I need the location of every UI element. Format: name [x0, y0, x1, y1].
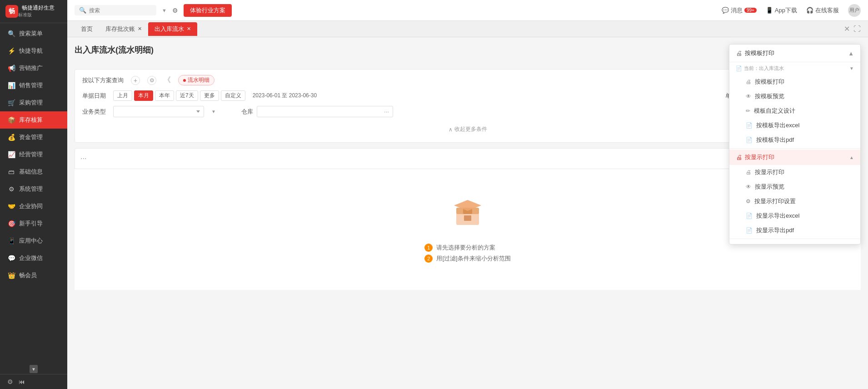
topbar-search-icon: 🔍 [79, 7, 86, 14]
collapse-icon[interactable]: ⏮ [19, 378, 25, 385]
template-icon: 📄 [736, 65, 742, 71]
close-window-icon[interactable]: ✕ [844, 25, 850, 33]
warehouse-label: 仓库 [241, 108, 253, 116]
display-section-icon: 🖨 [736, 154, 742, 161]
sidebar-item-finance[interactable]: 💰 资金管理 [0, 129, 67, 146]
print-header-icon: 🖨 [736, 50, 742, 57]
dropdown-divider-2 [729, 239, 860, 239]
current-template-label: 📄 当前：出入库流水 [736, 65, 784, 72]
date-this-month[interactable]: 本月 [134, 90, 153, 101]
topbar-gear-icon[interactable]: ⚙ [172, 7, 178, 14]
tab-batch-close[interactable]: ✕ [138, 26, 142, 32]
dropdown-item-template-custom[interactable]: ✏ 模板自定义设计 [729, 104, 860, 118]
date-shortcuts: 上月 本月 本年 近7天 更多 自定义 [113, 90, 245, 101]
dropdown-item-template-print[interactable]: 🖨 按模板打印 [729, 75, 860, 89]
business-type-dropdown-icon[interactable]: ▼ [211, 109, 216, 114]
toolbar-more-icon[interactable]: ··· [80, 155, 86, 163]
topbar-right: 💬 消息 99+ 📱 App下载 🎧 在线客服 用户 [722, 4, 861, 17]
sidebar-item-base[interactable]: 🗃 基础信息 [0, 163, 67, 180]
filter-add-button[interactable]: + [131, 76, 140, 85]
template-print-icon: 🖨 [746, 79, 751, 85]
empty-step-2: 2 用[过滤]条件来缩小分析范围 [424, 254, 510, 263]
search-input[interactable] [89, 7, 144, 14]
newuser-icon: 🎯 [7, 219, 15, 228]
display-section-chevron: ▲ [849, 155, 854, 160]
filter-tag-dot [183, 79, 186, 82]
dropdown-item-display-preview[interactable]: 👁 按显示预览 [729, 180, 860, 194]
tab-home[interactable]: 首页 [75, 22, 99, 36]
sidebar-item-operations[interactable]: 📈 经营管理 [0, 146, 67, 163]
sidebar-item-quicknav[interactable]: ⚡ 快捷导航 [0, 42, 67, 60]
sidebar-item-system[interactable]: ⚙ 系统管理 [0, 180, 67, 198]
dropdown-item-template-preview[interactable]: 👁 按模板预览 [729, 89, 860, 104]
dropdown-up-icon[interactable]: ▲ [848, 50, 854, 57]
sidebar-item-collab[interactable]: 🤝 企业协同 [0, 198, 67, 215]
system-icon: ⚙ [7, 185, 15, 193]
sidebar-item-newuser[interactable]: 🎯 新手引导 [0, 215, 67, 232]
business-type-label: 业务类型 [82, 108, 106, 116]
dropdown-item-display-settings[interactable]: ⚙ 按显示打印设置 [729, 194, 860, 209]
settings-icon[interactable]: ⚙ [7, 378, 13, 385]
empty-step-1: 1 请先选择要分析的方案 [424, 244, 510, 252]
date-last-month[interactable]: 上月 [113, 90, 132, 101]
notifications-button[interactable]: 💬 消息 99+ [722, 6, 757, 15]
dropdown-item-display-pdf[interactable]: 📄 按显示导出pdf [729, 223, 860, 238]
template-custom-icon: ✏ [746, 108, 750, 114]
collapse-more-button[interactable]: ∧ 收起更多条件 [449, 125, 487, 133]
dropdown-item-display-print[interactable]: 🖨 按显示打印 [729, 165, 860, 180]
sidebar-item-wechat[interactable]: 💬 企业微信 [0, 249, 67, 267]
dropdown-item-display-excel[interactable]: 📄 按显示导出excel [729, 209, 860, 223]
customer-service-button[interactable]: 🎧 在线客服 [806, 6, 839, 15]
filter-settings-button[interactable]: ⚙ [147, 76, 156, 85]
fullscreen-icon[interactable]: ⛶ [853, 25, 861, 33]
app-download-icon: 📱 [766, 7, 773, 14]
set-default-section[interactable]: ⚙ 设置默认功能 ▼ [729, 240, 860, 244]
tab-flow[interactable]: 出入库流水 ✕ [148, 22, 197, 36]
main-area: 🔍 ▼ ⚙ 体验行业方案 💬 消息 99+ 📱 App下载 🎧 在线客服 用户 [67, 0, 868, 389]
sidebar-item-marketing[interactable]: 📢 营销推广 [0, 60, 67, 77]
empty-state-icon [449, 196, 486, 233]
date-more[interactable]: 更多 [200, 90, 219, 101]
sidebar-item-inventory[interactable]: 📦 库存核算 [0, 111, 67, 129]
business-type-select[interactable] [113, 106, 204, 117]
dropdown-scroll: 📄 当前：出入库流水 ▼ 🖨 按模板打印 👁 按模板预览 ✏ 模板自定义设计 [729, 62, 860, 244]
dropdown-item-template-excel[interactable]: 📄 按模板导出excel [729, 118, 860, 133]
notification-icon: 💬 [722, 7, 729, 14]
date-last7[interactable]: 近7天 [176, 90, 198, 101]
sidebar-item-sales[interactable]: 📊 销售管理 [0, 77, 67, 94]
sidebar-logo: 畅 畅捷通好生意 标准版 [0, 0, 67, 23]
dropdown-divider-1 [729, 148, 860, 149]
dropdown-item-template-pdf[interactable]: 📄 按模板导出pdf [729, 133, 860, 147]
step-1-num: 1 [424, 244, 433, 252]
template-preview-icon: 👁 [746, 93, 751, 100]
svg-rect-4 [464, 215, 471, 221]
sidebar-scroll-down[interactable]: ▼ [30, 365, 38, 373]
display-section-header[interactable]: 🖨 按显示打印 ▲ [729, 150, 860, 165]
tab-flow-close[interactable]: ✕ [187, 26, 191, 32]
topbar: 🔍 ▼ ⚙ 体验行业方案 💬 消息 99+ 📱 App下载 🎧 在线客服 用户 [67, 0, 868, 21]
topbar-chevron-icon[interactable]: ▼ [162, 8, 167, 13]
filter-tag: 流水明细 [178, 75, 215, 85]
sidebar-item-member[interactable]: 👑 畅会员 [0, 267, 67, 284]
headset-icon: 🎧 [806, 7, 813, 14]
search-icon: 🔍 [7, 30, 15, 38]
filter-collapse-button[interactable]: 《 [164, 75, 171, 85]
app-download-button[interactable]: 📱 App下载 [766, 6, 797, 15]
warehouse-input[interactable]: ··· [257, 106, 393, 117]
member-icon: 👑 [7, 271, 15, 279]
sidebar-item-appcenter[interactable]: 📱 应用中心 [0, 232, 67, 249]
tab-batch[interactable]: 库存批次账 ✕ [99, 22, 148, 36]
sidebar-nav: 🔍 搜索菜单 ⚡ 快捷导航 📢 营销推广 📊 销售管理 🛒 采购管理 📦 库存核… [0, 23, 67, 364]
avatar[interactable]: 用户 [848, 4, 861, 17]
date-custom[interactable]: 自定义 [221, 90, 245, 101]
window-controls: ✕ ⛶ [844, 25, 861, 33]
sidebar-item-search[interactable]: 🔍 搜索菜单 [0, 25, 67, 42]
current-template-row: 📄 当前：出入库流水 ▼ [729, 62, 860, 75]
date-this-year[interactable]: 本年 [155, 90, 174, 101]
sidebar-item-purchase[interactable]: 🛒 采购管理 [0, 94, 67, 111]
display-print-icon: 🖨 [746, 169, 751, 175]
trial-button[interactable]: 体验行业方案 [184, 4, 232, 17]
content-area: 出入库流水(流水明细) 🖨 按模板打印 ▲ ⬆ 导出 ↺ 刷新 [67, 37, 868, 389]
collab-icon: 🤝 [7, 202, 15, 210]
display-preview-icon: 👁 [746, 184, 751, 190]
